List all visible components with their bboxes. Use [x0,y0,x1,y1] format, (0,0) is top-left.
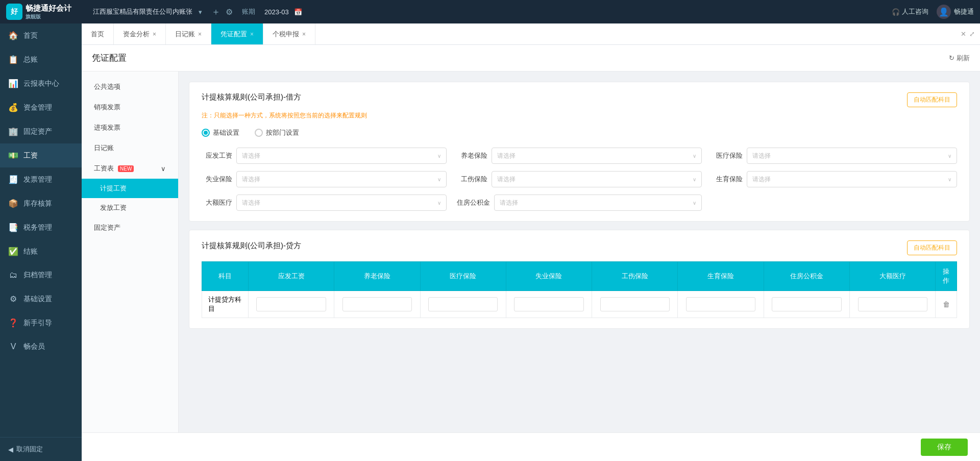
radio-basic-settings[interactable]: 基础设置 [202,128,239,137]
settings-icon[interactable]: ⚙ [226,7,233,17]
debit-radio-group: 基础设置 按部门设置 [202,128,957,137]
input-gongshang[interactable] [600,297,670,311]
nav-sales-invoice[interactable]: 销项发票 [82,97,178,117]
credit-auto-match-button[interactable]: 自动匹配科目 [907,240,957,255]
sidebar-item-archive[interactable]: 🗂 归档管理 [0,263,82,287]
service-button[interactable]: 🎧 人工咨询 [892,7,928,16]
select-yanglao[interactable]: 请选择 ∨ [492,148,702,164]
td-zhufang[interactable] [764,291,849,318]
input-yanglao[interactable] [342,297,412,311]
td-daejiyiliao[interactable] [850,291,936,318]
tab-home[interactable]: 首页 [82,23,114,44]
user-menu[interactable]: 👤 畅捷通 [937,5,974,19]
sidebar-item-invoice[interactable]: 🧾 发票管理 [0,167,82,191]
close-tab-icon[interactable]: ✕ [961,30,966,38]
refresh-button[interactable]: ↻ 刷新 [949,54,970,63]
funds-icon: 💰 [8,103,18,112]
sidebar-label-payroll: 工资 [23,151,38,160]
tab-journal-close[interactable]: × [198,31,202,38]
select-shengyu-arrow: ∨ [948,177,951,182]
table-row: 计提贷方科目 🗑 [202,291,957,318]
sidebar-item-vip[interactable]: V 畅会员 [0,335,82,358]
sidebar-label-invoice: 发票管理 [23,175,52,184]
label-shengyu: 生育保险 [712,175,743,184]
input-daejiyiliao[interactable] [858,297,927,311]
tab-bar-actions: ✕ ⤢ [961,23,980,44]
sidebar-item-reports[interactable]: 📊 云报表中心 [0,71,82,95]
sidebar-item-tax[interactable]: 📑 税务管理 [0,215,82,239]
sidebar-item-inventory[interactable]: 📦 库存核算 [0,191,82,215]
tab-tax[interactable]: 个税申报 × [263,23,315,44]
select-yingfa[interactable]: 请选择 ∨ [236,148,447,164]
company-dropdown-icon[interactable]: ▾ [199,8,202,16]
nav-payroll-table[interactable]: 工资表 NEW ∨ [82,158,178,179]
sidebar-item-assets[interactable]: 🏢 固定资产 [0,119,82,143]
radio-basic-dot [204,131,208,135]
page-header: 凭证配置 ↻ 刷新 [82,45,980,71]
input-shiye[interactable] [514,297,583,311]
delete-row-button[interactable]: 🗑 [943,300,950,308]
headset-icon: 🎧 [892,8,900,16]
select-shengyu[interactable]: 请选择 ∨ [747,171,957,187]
nav-accrual-payroll[interactable]: 计提工资 [82,179,178,198]
select-daejiyiliao[interactable]: 请选择 ∨ [236,195,447,211]
tab-voucher[interactable]: 凭证配置 × [211,23,263,44]
save-button[interactable]: 保存 [921,439,968,456]
td-yingfa[interactable] [248,291,334,318]
nav-purchase-invoice[interactable]: 进项发票 [82,117,178,138]
maximize-icon[interactable]: ⤢ [969,30,975,38]
radio-dept-settings[interactable]: 按部门设置 [255,128,299,137]
select-yiliao[interactable]: 请选择 ∨ [747,148,957,164]
sidebar-item-payroll[interactable]: 💵 工资 [0,143,82,167]
add-account-button[interactable]: ＋ [211,6,220,18]
page-title: 凭证配置 [92,52,127,64]
inventory-icon: 📦 [8,199,18,208]
input-zhufang[interactable] [772,297,841,311]
td-shengyu[interactable] [678,291,764,318]
nav-public-options[interactable]: 公共选项 [82,77,178,97]
td-gongshang[interactable] [592,291,678,318]
tab-voucher-close[interactable]: × [250,31,254,38]
debit-title: 计提核算规则(公司承担)-借方 [202,92,301,102]
archive-icon: 🗂 [8,271,18,280]
tab-journal[interactable]: 日记账 × [166,23,211,44]
sidebar-item-guide[interactable]: ❓ 新手引导 [0,311,82,335]
select-gongshang[interactable]: 请选择 ∨ [492,171,702,187]
field-shengyu: 生育保险 请选择 ∨ [712,171,957,187]
cancel-fixed-button[interactable]: ◀ 取消固定 [0,437,82,461]
input-yiliao[interactable] [428,297,498,311]
debit-auto-match-button[interactable]: 自动匹配科目 [907,92,957,107]
input-yingfa[interactable] [256,297,326,311]
th-daejiyiliao: 大额医疗 [850,262,936,291]
tab-funds-close[interactable]: × [153,31,156,38]
nav-journal[interactable]: 日记账 [82,138,178,158]
bottom-bar: 保存 [82,432,980,461]
tab-funds[interactable]: 资金分析 × [114,23,166,44]
invoice-icon: 🧾 [8,175,18,184]
radio-dept-circle [255,129,263,137]
select-shiye[interactable]: 请选择 ∨ [236,171,447,187]
select-zhufang[interactable]: 请选择 ∨ [494,195,702,211]
tab-tax-close[interactable]: × [302,31,306,38]
calendar-icon[interactable]: 📅 [294,8,302,16]
select-gongshang-arrow: ∨ [693,177,696,182]
table-header-row: 科目 应发工资 养老保险 医疗保险 失业保险 工伤保险 生育保险 住房公积金 大… [202,262,957,291]
tab-funds-label: 资金分析 [123,30,150,39]
sidebar-label-guide: 新手引导 [23,319,52,328]
tab-voucher-label: 凭证配置 [220,30,247,39]
sidebar-item-home[interactable]: 🏠 首页 [0,23,82,47]
td-delete[interactable]: 🗑 [936,291,957,318]
sidebar-item-close[interactable]: ✅ 结账 [0,239,82,263]
sidebar-item-settings[interactable]: ⚙ 基础设置 [0,287,82,311]
nav-pay-payroll[interactable]: 发放工资 [82,198,178,217]
nav-fixed-assets[interactable]: 固定资产 [82,217,178,238]
topbar: 好 畅捷通好会计 旗舰版 江西服宝精品有限责任公司内账张 ▾ ＋ ⚙ 账期 20… [0,0,980,23]
sidebar-item-ledger[interactable]: 📋 总账 [0,47,82,71]
close-accounts-icon: ✅ [8,247,18,256]
field-yiliao: 医疗保险 请选择 ∨ [712,148,957,164]
td-yiliao[interactable] [420,291,506,318]
td-yanglao[interactable] [334,291,420,318]
td-shiye[interactable] [506,291,592,318]
sidebar-item-funds[interactable]: 💰 资金管理 [0,95,82,119]
input-shengyu[interactable] [686,297,755,311]
